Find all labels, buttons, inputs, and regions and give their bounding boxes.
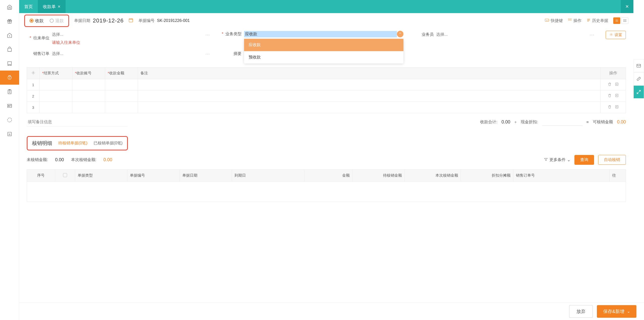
partner-input[interactable] [52,31,204,39]
nav-clipboard-icon[interactable] [0,85,19,99]
svg-rect-15 [545,19,549,21]
cell-settlement[interactable] [40,90,72,102]
ellipsis-icon[interactable]: ⋯ [204,32,211,38]
setting-button[interactable]: 设置 [606,31,626,39]
right-nav-link-icon[interactable] [633,72,644,85]
vcol-checkbox[interactable] [55,170,75,182]
tab-current[interactable]: 收款单 × [38,0,66,13]
svg-rect-8 [8,104,12,108]
ellipsis-icon[interactable]: ⋯ [588,32,596,38]
field-biztype: * 业务类型 应收款 ⌃ 应收款 预收款 [221,31,403,37]
verify-empty-row [27,182,626,202]
svg-text:$: $ [9,35,10,37]
nav-home-icon[interactable] [0,0,19,14]
gear-icon [609,33,613,37]
cell-amount[interactable] [105,102,138,113]
dropdown-opt-prepaid[interactable]: 预收款 [244,51,403,63]
calendar-icon[interactable] [128,18,133,24]
top-tabs: 首页 收款单 × × [19,0,633,13]
gear-header[interactable] [27,68,40,79]
order-label: 销售订单 [29,51,49,56]
top-close-button[interactable]: × [621,0,633,13]
keyboard-icon [545,18,549,23]
cell-settlement[interactable] [40,102,72,113]
add-icon[interactable] [615,105,619,110]
svg-point-9 [8,105,9,106]
radio-circle-icon [50,19,54,23]
nav-building-icon[interactable] [0,56,19,71]
verify-tab-done[interactable]: 已核销单据(0笔) [94,141,123,146]
cell-settlement[interactable] [40,79,72,90]
nav-bag-icon[interactable] [0,42,19,56]
close-icon[interactable]: × [58,4,61,9]
vcol-disc: 折扣分摊额 [461,170,513,182]
dropdown-opt-receivable[interactable]: 应收款 [244,39,403,51]
discount-input[interactable] [542,119,582,126]
cell-account[interactable] [72,102,105,113]
toolbar: 收款 退款 单据日期 2019-12-26 单据编号 SK-20191226-0… [19,13,633,28]
form-row-1: * 往来单位 ⋯ 请输入往来单位 * 业务类型 应收款 ⌃ [29,31,626,45]
verify-title: 核销明细 [32,140,52,147]
delete-icon[interactable] [608,94,612,98]
cell-amount[interactable] [105,90,138,102]
more-conditions[interactable]: 更多条件 ⌄ [544,157,570,163]
checkbox-icon[interactable] [63,173,67,177]
tab-home-label: 首页 [24,4,33,10]
type-radio-group: 收款 退款 [24,15,69,27]
right-nav-expand-icon[interactable] [633,85,644,99]
biztype-label: * 业务类型 [221,31,242,37]
cell-remark[interactable] [138,79,601,90]
delete-icon[interactable] [608,105,612,110]
chevron-down-icon: ⌄ [627,309,630,314]
tab-home[interactable]: 首页 [19,0,38,13]
vcol-rest: 往 [610,170,626,182]
query-button[interactable]: 查询 [574,155,594,165]
view-toggle [613,17,628,24]
svg-point-21 [571,20,571,21]
this-label: 本次核销金额: [71,157,96,163]
operate-link[interactable]: 操作 [568,18,581,23]
date-label: 单据日期 [74,18,90,23]
cell-account[interactable] [72,90,105,102]
radio-refund[interactable]: 退款 [50,18,64,24]
vcol-date: 单据日期 [180,170,232,182]
add-icon[interactable] [615,94,619,98]
chevron-up-icon[interactable]: ⌃ [397,31,403,37]
biztype-value[interactable]: 应收款 [244,31,397,37]
remark-input[interactable] [27,118,128,126]
save-new-button[interactable]: 保存&新增 ⌄ [597,305,636,318]
col-account: *收款账号 [72,68,105,79]
nav-money-bag-icon[interactable]: ¥ [0,71,19,85]
delete-icon[interactable] [608,83,612,87]
discard-button[interactable]: 放弃 [569,305,593,318]
summary-label: 摘要 [221,51,242,56]
cell-amount[interactable] [105,79,138,90]
ellipsis-icon[interactable]: ⋯ [204,51,211,57]
svg-point-16 [568,19,569,19]
date-value[interactable]: 2019-12-26 [93,17,124,24]
cell-account[interactable] [72,79,105,90]
order-input[interactable] [52,50,204,58]
nav-house-money-icon[interactable]: $ [0,28,19,42]
view-list-icon[interactable] [613,17,620,24]
shortcut-link[interactable]: 快捷键 [545,18,563,23]
partner-error: 请输入往来单位 [52,40,211,45]
clerk-input[interactable] [436,31,588,39]
nav-id-icon[interactable] [0,99,19,113]
cell-remark[interactable] [138,102,601,113]
nav-cycle-icon[interactable] [0,113,19,127]
cell-remark[interactable] [138,90,601,102]
nav-gift-icon[interactable] [0,14,19,28]
history-link[interactable]: 历史单据 [587,18,608,23]
auto-verify-button[interactable]: 自动核销 [598,155,626,165]
svg-rect-14 [129,19,133,22]
detail-table-wrap: *结算方式 *收款账号 *收款金额 备注 操作 123 [19,67,633,113]
add-icon[interactable] [615,83,619,87]
clerk-label: 业务员 [414,32,434,37]
radio-collect[interactable]: 收款 [30,18,44,24]
nav-new-icon[interactable]: 新 [0,127,19,141]
view-form-icon[interactable] [621,17,628,24]
right-nav-message-icon[interactable] [633,59,644,72]
vcol-due: 到期日 [232,170,304,182]
verify-tab-pending[interactable]: 待核销单据(0笔) [58,141,87,146]
